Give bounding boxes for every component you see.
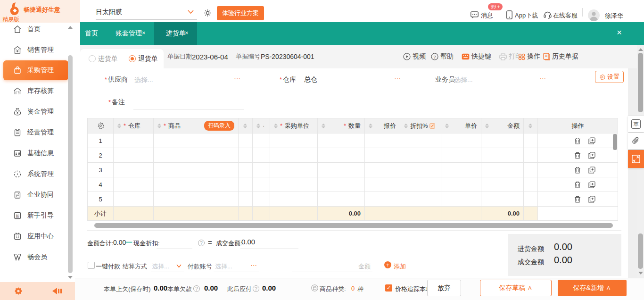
sort-icon[interactable] [404,124,408,128]
table-vertical-scrollbar[interactable] [613,134,617,150]
radio-return-order[interactable] [129,55,136,62]
warehouse-column-header[interactable]: *仓库 [114,118,154,133]
user-name[interactable]: 徐泽华 [605,12,623,20]
video-button[interactable]: 视频 [403,45,426,68]
quote-column-header[interactable]: 报价 [365,118,400,133]
price-column-header[interactable]: 单价 [441,118,481,133]
copy-row-icon[interactable] [588,181,595,188]
copy-row-icon[interactable] [588,167,595,174]
settings-button[interactable]: 设置 [595,71,624,83]
unit-column-header[interactable]: *采购单位 [270,118,318,133]
delete-row-icon[interactable] [574,196,581,203]
messages-label[interactable]: 消息 [481,11,493,20]
message-icon[interactable] [471,11,479,18]
deal-value[interactable]: 0.00 [241,238,255,246]
sort-icon[interactable] [322,124,325,128]
tab-purchase[interactable]: 进货单 [166,29,186,38]
sidebar-item-procurement[interactable]: 采购管理 [3,60,68,80]
add-payment-label[interactable]: 添加 [394,262,406,271]
copy-row-icon[interactable] [588,196,595,203]
tab-home[interactable]: 首页 [85,29,98,38]
tab-books-close-icon[interactable]: × [142,29,146,36]
copy-row-icon[interactable] [588,152,595,159]
amount-column-header[interactable]: 金额 [481,118,524,133]
discount-input[interactable] [157,249,192,249]
discount-column-header[interactable]: 折扣% [400,118,441,133]
copy-row-icon[interactable] [588,137,595,144]
sidebar-scroll-down-arrow[interactable] [68,276,73,279]
sort-icon[interactable] [528,124,532,128]
pay-account-placeholder[interactable]: 选择... [215,262,232,271]
sort-icon[interactable] [243,124,247,128]
supplier-more-icon[interactable]: ··· [234,76,241,82]
save-new-button[interactable]: 保存&新增 ∧ [558,280,627,296]
sort-icon[interactable] [369,124,372,128]
sort-icon[interactable] [256,124,260,128]
scroll-down-arrow[interactable] [638,272,643,275]
discount-help-icon[interactable]: ? [198,240,205,246]
operations-button[interactable]: 操作 [518,45,540,68]
one-click-pay-checkbox[interactable] [88,262,95,269]
delete-row-icon[interactable] [574,137,581,144]
supplier-placeholder[interactable]: 选择... [134,76,153,84]
price-track-checkbox[interactable]: ✓ [385,284,392,292]
sort-icon[interactable] [157,124,161,128]
column-settings-header[interactable] [88,118,114,133]
cta-button[interactable]: 体验行业方案 [217,6,264,20]
collapse-sidebar-icon[interactable] [52,288,62,294]
tab-books[interactable]: 账套管理 [116,29,142,38]
phone-icon[interactable] [506,10,512,19]
draft-float-button[interactable]: 草 [628,116,644,132]
sidebar-scrollbar[interactable] [68,55,73,273]
close-icon[interactable]: × [617,27,622,38]
settings-gear-icon[interactable] [15,287,22,295]
settle-dropdown-icon[interactable] [176,264,182,268]
attachment-float-button[interactable] [628,133,644,149]
radio-return-label[interactable]: 退货单 [138,55,158,63]
gear-icon[interactable] [204,9,212,17]
narrow-column-header-2[interactable]: · [253,118,270,133]
page-scrollbar-thumb-2[interactable] [638,233,643,269]
sort-icon[interactable] [485,124,489,128]
scroll-up-arrow[interactable] [638,48,643,51]
page-scrollbar-thumb[interactable] [638,53,643,112]
product-column-header[interactable]: *商品扫码录入 [154,118,239,133]
delete-row-icon[interactable] [574,181,581,188]
sort-icon[interactable] [274,124,278,128]
sidebar-scroll-up-arrow[interactable] [68,26,73,29]
table-horizontal-scrollbar[interactable] [94,223,613,228]
radio-purchase-label[interactable]: 进货单 [98,55,118,63]
salesman-more-icon[interactable]: ··· [540,76,546,82]
settle-placeholder[interactable]: 选择... [152,262,169,271]
date-value[interactable]: 2023-06-04 [192,45,228,68]
history-button[interactable]: 历史单据 [543,45,578,68]
debt-help-icon[interactable]: ? [193,285,200,292]
help-button[interactable]: ? 帮助 [431,45,454,68]
cancel-button[interactable]: 放弃 [427,280,461,296]
narrow-column-header-3[interactable] [524,118,538,133]
app-download-label[interactable]: App下载 [515,11,538,20]
delete-row-icon[interactable] [574,152,581,159]
narrow-column-header-1[interactable] [239,118,253,133]
account-select[interactable]: 日太阳膜 [96,8,122,17]
expand-float-button[interactable] [628,150,644,168]
sort-icon[interactable] [445,124,449,128]
scan-input-button[interactable]: 扫码录入 [204,121,234,131]
avatar[interactable] [588,9,600,21]
sidebar-item-home[interactable]: 首页 [0,19,80,39]
add-payment-icon[interactable]: + [384,261,391,268]
pay-account-more-icon[interactable]: ··· [251,263,257,268]
warehouse-more-icon[interactable]: ··· [395,76,401,82]
qty-column-header[interactable]: *数量 [318,118,365,133]
hotkey-button[interactable]: 快捷键 [462,45,491,68]
headset-icon[interactable] [544,10,552,19]
warehouse-value[interactable]: 总仓 [304,75,317,84]
salesman-placeholder[interactable]: 选择... [454,76,473,84]
tab-purchase-close-icon[interactable]: × [185,29,189,36]
online-service-label[interactable]: 在线客服 [553,11,578,20]
radio-purchase-order[interactable] [89,55,96,62]
sort-icon[interactable] [117,124,121,128]
chevron-down-icon[interactable] [188,10,194,14]
payable-help-icon[interactable]: ? [253,285,259,292]
save-draft-button[interactable]: 保存草稿 ∧ [480,280,552,296]
